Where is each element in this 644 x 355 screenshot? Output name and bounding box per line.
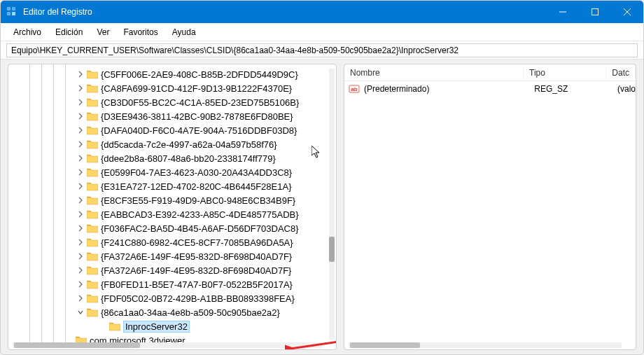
tree-item-selected[interactable]: InprocServer32 — [14, 319, 336, 333]
col-type[interactable]: Tipo — [524, 68, 606, 78]
tree-vscrollbar[interactable] — [329, 69, 335, 340]
tree-item[interactable]: {dd5cacda-7c2e-4997-a62a-04a597b58f76} — [14, 137, 336, 151]
tree-item-label: {CA8FA699-91CD-412F-9D13-9B1222F4370E} — [101, 83, 292, 94]
chevron-right-icon[interactable] — [76, 125, 85, 135]
chevron-down-icon[interactable] — [76, 307, 85, 317]
tree-item[interactable]: {D3EE9436-3811-42BC-90B2-7878E6FD80BE} — [14, 109, 336, 123]
tree-item-label: {D3EE9436-3811-42BC-90B2-7878E6FD80BE} — [101, 111, 293, 122]
menu-file[interactable]: Archivo — [6, 25, 48, 40]
chevron-right-icon[interactable] — [76, 83, 85, 93]
tree-item-label: com.microsoft.3dviewer — [90, 335, 186, 343]
tree-item[interactable]: {C5FF006E-2AE9-408C-B85B-2DFDD5449D9C} — [14, 67, 336, 81]
tree-item[interactable]: {CB3D0F55-BC2C-4C1A-85ED-23ED75B5106B} — [14, 95, 336, 109]
chevron-right-icon[interactable] — [76, 139, 85, 149]
tree-item-label: {dd5cacda-7c2e-4997-a62a-04a597b58f76} — [101, 139, 277, 150]
tree-item[interactable]: {CA8FA699-91CD-412F-9D13-9B1222F4370E} — [14, 81, 336, 95]
svg-text:ab: ab — [351, 86, 357, 92]
menu-edit[interactable]: Edición — [48, 25, 90, 40]
chevron-right-icon[interactable] — [76, 167, 85, 177]
path-input[interactable] — [6, 43, 638, 57]
tree-item[interactable]: {FA372A6F-149F-4E95-832D-8F698D40AD7F} — [14, 263, 336, 277]
values-header: Nombre Tipo Datc — [344, 64, 636, 81]
menu-view[interactable]: Ver — [90, 25, 116, 40]
folder-icon — [87, 265, 98, 275]
svg-rect-2 — [12, 7, 15, 11]
chevron-right-icon[interactable] — [76, 195, 85, 205]
chevron-right-icon[interactable] — [76, 265, 85, 275]
address-bar — [1, 41, 643, 60]
tree-item[interactable]: {F036FAC2-BA5D-4B45-A6AF-D56DF703DAC8} — [14, 221, 336, 235]
tree-item[interactable]: {F241C880-6982-4CE5-8CF7-7085BA96DA5A} — [14, 235, 336, 249]
chevron-right-icon[interactable] — [76, 293, 85, 303]
folder-icon — [87, 251, 98, 261]
tree-item-label: {CB3D0F55-BC2C-4C1A-85ED-23ED75B5106B} — [101, 97, 299, 108]
tree-item[interactable]: {ddee2b8a-6807-48a6-bb20-2338174ff779} — [14, 151, 336, 165]
col-name[interactable]: Nombre — [344, 68, 524, 78]
tree-item[interactable]: {FB0FED11-B5E7-47A7-B0F7-0522B5F2017A} — [14, 277, 336, 291]
value-data: (valo — [612, 84, 636, 94]
tree-item-expanded[interactable]: {86ca1aa0-34aa-4e8b-a509-50c905bae2a2} — [14, 305, 336, 319]
menu-help[interactable]: Ayuda — [165, 25, 203, 40]
svg-rect-5 — [592, 9, 598, 15]
tree-item-label: {FB0FED11-B5E7-47A7-B0F7-0522B5F2017A} — [101, 279, 293, 290]
folder-icon — [87, 69, 98, 79]
window-controls — [547, 1, 643, 23]
tree-item-label: {ddee2b8a-6807-48a6-bb20-2338174ff779} — [101, 153, 276, 164]
folder-icon — [87, 237, 98, 247]
chevron-right-icon[interactable] — [76, 111, 85, 121]
tree-item-label: {FA372A6F-149F-4E95-832D-8F698D40AD7F} — [101, 265, 291, 276]
value-row[interactable]: ab (Predeterminado) REG_SZ (valo — [344, 81, 636, 97]
values-hscrollbar[interactable] — [349, 342, 622, 348]
chevron-right-icon[interactable] — [76, 69, 85, 79]
folder-icon — [87, 195, 98, 205]
folder-icon — [87, 181, 98, 191]
chevron-right-icon[interactable] — [76, 153, 85, 163]
tree-item[interactable]: {FA372A6E-149F-4E95-832D-8F698D40AD7F} — [14, 249, 336, 263]
window-title: Editor del Registro — [23, 7, 547, 17]
folder-icon — [109, 321, 120, 331]
chevron-right-icon[interactable] — [76, 223, 85, 233]
tree-item[interactable]: {DAFA040D-F6C0-4A7E-904A-7516DDBF03D8} — [14, 123, 336, 137]
folder-icon — [87, 223, 98, 233]
folder-icon — [87, 125, 98, 135]
close-button[interactable] — [611, 1, 643, 23]
tree-item[interactable]: com.microsoft.3dviewer — [14, 333, 336, 342]
tree-item-label: {C5FF006E-2AE9-408C-B85B-2DFDD5449D9C} — [101, 69, 298, 80]
menu-favorites[interactable]: Favoritos — [116, 25, 164, 40]
tree-item-label: {86ca1aa0-34aa-4e8b-a509-50c905bae2a2} — [101, 307, 280, 318]
chevron-right-icon[interactable] — [76, 97, 85, 107]
app-icon — [6, 6, 18, 18]
col-data[interactable]: Datc — [606, 68, 636, 78]
tree-item-label: {F241C880-6982-4CE5-8CF7-7085BA96DA5A} — [101, 237, 293, 248]
chevron-right-icon[interactable] — [76, 251, 85, 261]
chevron-right-icon[interactable] — [76, 181, 85, 191]
folder-icon — [87, 167, 98, 177]
tree-item[interactable]: {E8CF3E55-F919-49D9-ABC0-948E6CB34B9F} — [14, 193, 336, 207]
tree-item[interactable]: {E0599F04-7AE3-4623-A030-20A43A4DD3C8} — [14, 165, 336, 179]
tree-panel: {C5FF006E-2AE9-408C-B85B-2DFDD5449D9C}{C… — [8, 64, 337, 350]
chevron-right-icon[interactable] — [76, 237, 85, 247]
minimize-button[interactable] — [547, 1, 579, 23]
tree-item[interactable]: {E31EA727-12ED-4702-820C-4B6445F28E1A} — [14, 179, 336, 193]
tree-hscrollbar[interactable] — [13, 342, 322, 348]
tree-item-label: {E31EA727-12ED-4702-820C-4B6445F28E1A} — [101, 181, 291, 192]
tree-item-label: {EABBCAD3-E392-4233-A85C-4DE485775ADB} — [101, 209, 299, 220]
registry-tree[interactable]: {C5FF006E-2AE9-408C-B85B-2DFDD5449D9C}{C… — [8, 64, 336, 342]
tree-item-label: {E8CF3E55-F919-49D9-ABC0-948E6CB34B9F} — [101, 195, 295, 206]
folder-icon — [87, 279, 98, 289]
tree-item[interactable]: {FDF05C02-0B72-429B-A1BB-BB0893398FEA} — [14, 291, 336, 305]
folder-icon — [87, 139, 98, 149]
svg-rect-1 — [7, 12, 10, 15]
titlebar: Editor del Registro — [1, 1, 643, 23]
maximize-button[interactable] — [579, 1, 611, 23]
folder-icon — [87, 83, 98, 93]
tree-item[interactable]: {EABBCAD3-E392-4233-A85C-4DE485775ADB} — [14, 207, 336, 221]
tree-item-label: {F036FAC2-BA5D-4B45-A6AF-D56DF703DAC8} — [101, 223, 299, 234]
tree-item-label: {FDF05C02-0B72-429B-A1BB-BB0893398FEA} — [101, 293, 295, 304]
tree-item-label: {DAFA040D-F6C0-4A7E-904A-7516DDBF03D8} — [101, 125, 297, 136]
folder-icon — [87, 209, 98, 219]
folder-icon — [87, 111, 98, 121]
chevron-right-icon[interactable] — [76, 279, 85, 289]
tree-item-label: {E0599F04-7AE3-4623-A030-20A43A4DD3C8} — [101, 167, 292, 178]
chevron-right-icon[interactable] — [76, 209, 85, 219]
